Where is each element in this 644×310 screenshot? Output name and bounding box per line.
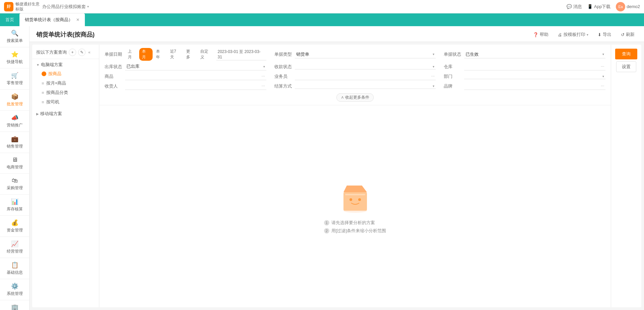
collapse-more-btn[interactable]: ∧ 收起更多条件 (336, 93, 374, 102)
warehouse-status-label: 出库状态 (105, 64, 123, 70)
doc-status-control[interactable]: 已生效 ▾ (464, 51, 605, 58)
tab-close-icon[interactable]: ✕ (76, 17, 79, 22)
ecommerce-icon: 🖥 (12, 156, 18, 163)
sidebar-item-purchase[interactable]: 🛍 采购管理 (0, 174, 29, 195)
sidebar-item-wholesale[interactable]: 📦 批发管理 (0, 90, 29, 111)
date-tab-more[interactable]: 更多 (183, 48, 197, 61)
date-tab-this-year[interactable]: 本年 (153, 48, 167, 61)
retail-icon: 🛒 (11, 72, 18, 79)
header-right: 💬 消息 📱 App下载 Ea demo2 (567, 2, 640, 11)
page-title: 销货单统计表(按商品) (36, 31, 95, 39)
basics-icon: 📋 (11, 261, 18, 269)
sidebar-item-system[interactable]: ⚙️ 系统管理 (0, 279, 29, 300)
warehouse-status-control[interactable]: 已出库 ▾ (125, 63, 266, 70)
sidebar-item-ecommerce[interactable]: 🖥 电商管理 (0, 153, 29, 174)
scheme-group-mobile: ▶ 移动端方案 (32, 108, 99, 119)
filter-doc-type: 单据类型 销货单 ▾ (274, 51, 436, 58)
doc-type-control[interactable]: 销货单 ▾ (295, 51, 436, 58)
sidebar-item-quick-nav[interactable]: ⭐ 快捷导航 (0, 47, 29, 68)
sidebar-item-marketing[interactable]: 📣 营销推广 (0, 111, 29, 132)
doc-status-label: 单据状态 (444, 51, 462, 57)
sidebar-item-search-menu[interactable]: 🔍 搜索菜单 (0, 26, 29, 47)
sidebar-item-inventory[interactable]: 📊 库存核算 (0, 195, 29, 216)
logo-icon: 好 (4, 2, 13, 11)
add-scheme-btn[interactable]: + (69, 49, 76, 56)
scheme-item-by-product[interactable]: 按商品 (32, 69, 99, 79)
group-expand-icon: ▼ (36, 63, 40, 67)
scheme-item-icon: ≡ (42, 81, 44, 86)
date-tab-last-month[interactable]: 上月 (125, 48, 139, 61)
salesman-label: 业务员 (274, 73, 293, 80)
product-control[interactable]: ··· (125, 72, 266, 80)
avatar: Ea (616, 2, 625, 11)
sidebar: 🔍 搜索菜单 ⭐ 快捷导航 🛒 零售管理 📦 批发管理 📣 营销推广 💼 销售管… (0, 26, 30, 310)
doc-status-dropdown-icon: ▾ (602, 52, 604, 56)
sidebar-item-sales[interactable]: 💼 销售管理 (0, 132, 29, 153)
doc-type-dropdown-icon: ▾ (433, 52, 434, 56)
query-btn[interactable]: 查询 (615, 49, 637, 59)
doc-status-value: 已生效 (466, 51, 479, 57)
collapse-scheme-btn[interactable]: « (88, 50, 91, 55)
scheme-panel-title: 按以下方案查询 (36, 49, 67, 55)
scheme-item-by-month-product[interactable]: ≡ 按月+商品 (32, 79, 99, 88)
empty-tip-1: 1 请先选择要分析的方案 (324, 220, 386, 226)
date-tab-7days[interactable]: 近7天 (167, 48, 183, 61)
salesman-control[interactable]: ··· (295, 72, 436, 80)
recipient-control[interactable]: ··· (125, 82, 266, 90)
app-download-btn[interactable]: 📱 App下载 (587, 4, 610, 10)
scheme-panel-header: 按以下方案查询 + ✎ « (32, 47, 99, 59)
refresh-btn[interactable]: ↺ 刷新 (618, 30, 637, 39)
breadcrumb-dropdown-icon[interactable]: ▾ (87, 5, 89, 8)
help-icon: ❓ (533, 32, 538, 37)
scheme-item-by-cashier[interactable]: ≡ 按司机 (32, 97, 99, 107)
settlement-control[interactable]: ▾ (295, 84, 436, 89)
department-control[interactable]: ▾ (464, 74, 605, 79)
filter-warehouse: 仓库 ··· (444, 63, 605, 70)
edit-scheme-btn[interactable]: ✎ (78, 49, 86, 56)
payment-status-control[interactable]: ▾ (295, 64, 436, 69)
svg-point-2 (350, 198, 352, 201)
scheme-item-by-category[interactable]: ≡ 按商品分类 (32, 88, 99, 97)
sidebar-item-basics[interactable]: 📋 基础信息 (0, 258, 29, 279)
scheme-group-desktop-header[interactable]: ▼ 电脑端方案 (32, 60, 99, 69)
logo-area: 好 畅捷通好生意 标版 (4, 2, 40, 11)
filter-brand: 品牌 ··· (444, 82, 605, 90)
page-header: 销货单统计表(按商品) ❓ 帮助 🖨 按模板打印 ▾ ⬇ 导出 ↺ 刷新 (30, 26, 644, 42)
filter-row-2: 出库状态 已出库 ▾ 收款状态 ▾ (105, 63, 605, 70)
recipient-label: 收货人 (105, 83, 123, 89)
message-btn[interactable]: 💬 消息 (567, 4, 582, 10)
sales-icon: 💼 (11, 135, 18, 143)
finance-icon: 💰 (11, 219, 18, 226)
tab-sales-stat[interactable]: 销货单统计表（按商品） ✕ (19, 13, 85, 26)
scheme-item-icon: ≡ (42, 90, 44, 95)
export-btn[interactable]: ⬇ 导出 (595, 30, 614, 39)
enterprise-icon: 🏢 (11, 304, 18, 310)
filter-row-3: 商品 ··· 业务员 ··· (105, 72, 605, 80)
brand-control[interactable]: ··· (464, 82, 605, 90)
date-tab-this-month[interactable]: 本月 (139, 48, 153, 61)
warehouse-status-dropdown-icon: ▾ (263, 65, 265, 68)
empty-state: 1 请先选择要分析的方案 2 用[过滤]条件来缩小分析范围 (99, 105, 611, 307)
scheme-group-mobile-header[interactable]: ▶ 移动端方案 (32, 109, 99, 118)
date-range-display: 2023-03-01 至 2023-03-31 (216, 48, 266, 60)
settlement-dropdown-icon: ▾ (433, 84, 434, 88)
tab-home[interactable]: 首页 (0, 13, 19, 26)
payment-status-dropdown-icon: ▾ (433, 65, 434, 68)
sidebar-item-finance[interactable]: 💰 资金管理 (0, 216, 29, 237)
date-tab-custom[interactable]: 自定义 (198, 48, 215, 61)
sidebar-item-enterprise[interactable]: 🏢 企业协同 (0, 300, 29, 310)
scheme-panel: 按以下方案查询 + ✎ « ▼ 电脑端方案 按商品 ≡ (32, 45, 99, 307)
doc-type-label: 单据类型 (274, 51, 293, 57)
settings-btn[interactable]: 设置 (616, 61, 636, 72)
template-print-dropdown-icon[interactable]: ▾ (587, 33, 588, 37)
refresh-icon: ↺ (621, 32, 625, 37)
payment-status-label: 收款状态 (274, 64, 293, 70)
user-menu[interactable]: Ea demo2 (616, 2, 640, 11)
sidebar-item-operations[interactable]: 📈 经营管理 (0, 237, 29, 258)
sidebar-item-retail[interactable]: 🛒 零售管理 (0, 68, 29, 90)
template-print-btn[interactable]: 🖨 按模板打印 ▾ (555, 30, 591, 39)
warehouse-control[interactable]: ··· (464, 63, 605, 70)
scheme-active-icon (42, 71, 46, 76)
filter-body: 按以下方案查询 + ✎ « ▼ 电脑端方案 按商品 ≡ (32, 45, 641, 307)
help-btn[interactable]: ❓ 帮助 (530, 30, 551, 39)
